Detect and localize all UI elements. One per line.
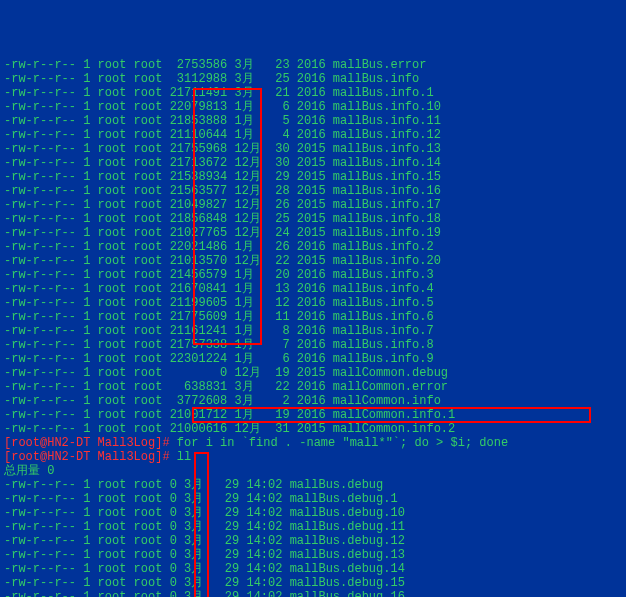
terminal-line: -rw-r--r-- 1 root root 21856848 12月 25 2…	[4, 212, 622, 226]
terminal-line: -rw-r--r-- 1 root root 0 3月 29 14:02 mal…	[4, 590, 622, 597]
terminal-line: -rw-r--r-- 1 root root 0 12月 19 2015 mal…	[4, 366, 622, 380]
terminal-line: -rw-r--r-- 1 root root 21538934 12月 29 2…	[4, 170, 622, 184]
terminal-line: -rw-r--r-- 1 root root 0 3月 29 14:02 mal…	[4, 492, 622, 506]
terminal-line: -rw-r--r-- 1 root root 0 3月 29 14:02 mal…	[4, 548, 622, 562]
terminal-line: -rw-r--r-- 1 root root 21775609 1月 11 20…	[4, 310, 622, 324]
terminal-line: -rw-r--r-- 1 root root 21853888 1月 5 201…	[4, 114, 622, 128]
terminal-line: -rw-r--r-- 1 root root 3772608 3月 2 2016…	[4, 394, 622, 408]
terminal-line: -rw-r--r-- 1 root root 21711491 3月 21 20…	[4, 86, 622, 100]
terminal-line: -rw-r--r-- 1 root root 2753586 3月 23 201…	[4, 58, 622, 72]
terminal-line: 总用量 0	[4, 464, 622, 478]
terminal-line: -rw-r--r-- 1 root root 0 3月 29 14:02 mal…	[4, 520, 622, 534]
terminal-line: -rw-r--r-- 1 root root 21563577 12月 28 2…	[4, 184, 622, 198]
terminal-line: -rw-r--r-- 1 root root 22079813 1月 6 201…	[4, 100, 622, 114]
terminal-line: -rw-r--r-- 1 root root 21755968 12月 30 2…	[4, 142, 622, 156]
terminal-line: -rw-r--r-- 1 root root 21110644 1月 4 201…	[4, 128, 622, 142]
terminal-line: -rw-r--r-- 1 root root 22301224 1月 6 201…	[4, 352, 622, 366]
terminal-line: -rw-r--r-- 1 root root 21713672 12月 30 2…	[4, 156, 622, 170]
terminal-line: -rw-r--r-- 1 root root 0 3月 29 14:02 mal…	[4, 562, 622, 576]
terminal-line: -rw-r--r-- 1 root root 21199605 1月 12 20…	[4, 296, 622, 310]
terminal-line: [root@HN2-DT Mall3Log]# for i in `find .…	[4, 436, 622, 450]
terminal-line: -rw-r--r-- 1 root root 638831 3月 22 2016…	[4, 380, 622, 394]
terminal-line: -rw-r--r-- 1 root root 21000616 12月 31 2…	[4, 422, 622, 436]
terminal-line: -rw-r--r-- 1 root root 21670841 1月 13 20…	[4, 282, 622, 296]
terminal-line: -rw-r--r-- 1 root root 21001712 1月 19 20…	[4, 408, 622, 422]
terminal-line: -rw-r--r-- 1 root root 3112988 3月 25 201…	[4, 72, 622, 86]
terminal-line: -rw-r--r-- 1 root root 21027765 12月 24 2…	[4, 226, 622, 240]
terminal-line: -rw-r--r-- 1 root root 0 3月 29 14:02 mal…	[4, 534, 622, 548]
terminal-line: -rw-r--r-- 1 root root 21013570 12月 22 2…	[4, 254, 622, 268]
terminal-line: [root@HN2-DT Mall3Log]# ll	[4, 450, 622, 464]
terminal-line: -rw-r--r-- 1 root root 21049827 12月 26 2…	[4, 198, 622, 212]
terminal-line: -rw-r--r-- 1 root root 0 3月 29 14:02 mal…	[4, 478, 622, 492]
terminal-line: -rw-r--r-- 1 root root 21757338 1月 7 201…	[4, 338, 622, 352]
terminal-line: -rw-r--r-- 1 root root 22021486 1月 26 20…	[4, 240, 622, 254]
terminal-line: -rw-r--r-- 1 root root 21456579 1月 20 20…	[4, 268, 622, 282]
terminal-line: -rw-r--r-- 1 root root 0 3月 29 14:02 mal…	[4, 576, 622, 590]
terminal-line: -rw-r--r-- 1 root root 21161241 1月 8 201…	[4, 324, 622, 338]
terminal-output[interactable]: -rw-r--r-- 1 root root 2753586 3月 23 201…	[4, 58, 622, 597]
terminal-line: -rw-r--r-- 1 root root 0 3月 29 14:02 mal…	[4, 506, 622, 520]
